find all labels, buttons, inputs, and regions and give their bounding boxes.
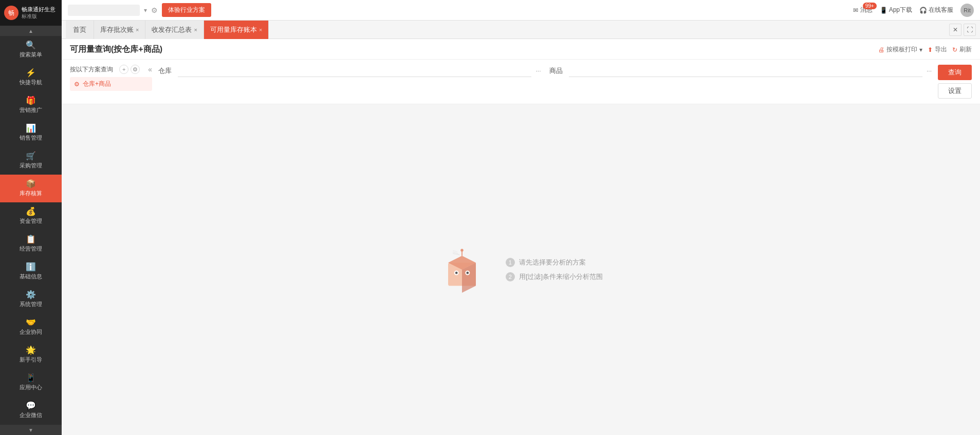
query-area: 按以下方案查询 + ⚙ « ⚙ 仓库+商品 仓库 ··· [62, 60, 980, 104]
product-input[interactable] [569, 65, 922, 77]
marketing-icon: 🎁 [26, 97, 36, 105]
tab-home[interactable]: 首页 [66, 21, 94, 39]
notification-btn[interactable]: ✉ 消息 99+ [853, 6, 873, 14]
query-button[interactable]: 查询 [938, 65, 972, 80]
tab-summary-close[interactable]: × [194, 27, 197, 33]
sidebar-nav: 🔍搜索菜单 ⚡快捷导航 🎁营销推广 📊销售管理 🛒采购管理 📦库存核算 💰资金管… [0, 36, 62, 425]
svg-line-10 [453, 252, 458, 254]
avatar[interactable]: Rit [960, 4, 974, 17]
warehouse-more-btn[interactable]: ··· [535, 67, 541, 74]
tab-summary[interactable]: 收发存汇总表 × [145, 21, 204, 39]
sidebar-item-purchase[interactable]: 🛒采购管理 [0, 147, 62, 175]
sidebar-item-apps[interactable]: 📱应用中心 [0, 369, 62, 396]
hint-1-text: 请先选择要分析的方案 [519, 258, 586, 267]
svg-point-5 [455, 272, 458, 274]
service-btn[interactable]: 🎧 在线客服 [919, 6, 953, 14]
query-schemes-panel: 按以下方案查询 + ⚙ « ⚙ 仓库+商品 [70, 65, 152, 91]
topbar-gear-icon[interactable]: ⚙ [151, 6, 158, 14]
hint-2-num: 2 [506, 272, 515, 281]
topbar: ▾ ⚙ 体验行业方案 ✉ 消息 99+ 📱 App下载 🎧 在线客服 Rit [62, 0, 980, 21]
page-header: 可用量查询(按仓库+商品) 🖨 按模板打印 ▾ ⬆ 导出 ↻ 刷新 [62, 39, 980, 60]
refresh-icon: ↻ [952, 46, 957, 53]
sidebar-logo: 畅 [4, 6, 19, 20]
refresh-btn[interactable]: ↻ 刷新 [952, 45, 972, 54]
basic-icon: ℹ️ [26, 263, 36, 271]
tabs-right-actions: ✕ ⛶ [949, 24, 976, 36]
sidebar-item-inventory[interactable]: 📦库存核算 [0, 175, 62, 202]
warehouse-field: 仓库 ··· [158, 65, 541, 77]
headset-icon: 🎧 [919, 7, 927, 14]
tab-available-close[interactable]: × [259, 27, 262, 33]
empty-state: 1 请先选择要分析的方案 2 用[过滤]条件来缩小分析范围 [62, 104, 980, 435]
wechat-icon: 💬 [26, 402, 36, 410]
filter-fields: 仓库 ··· 商品 ··· [158, 65, 932, 77]
collapse-schemes-btn[interactable]: « [148, 65, 152, 73]
sidebar-item-marketing[interactable]: 🎁营销推广 [0, 91, 62, 119]
query-btn-area: 查询 设置 [938, 65, 972, 99]
notification-icon: ✉ [853, 7, 858, 14]
sales-icon: 📊 [26, 124, 36, 133]
purchase-icon: 🛒 [26, 152, 36, 160]
scheme-item-warehouse-product[interactable]: ⚙ 仓库+商品 [70, 77, 152, 91]
svg-point-6 [466, 272, 469, 274]
finance-icon: 💰 [26, 207, 36, 216]
tab-batch-close[interactable]: × [136, 27, 139, 33]
warehouse-label: 仓库 [158, 66, 174, 75]
tab-expand-btn[interactable]: ⛶ [964, 24, 976, 36]
schemes-actions: + ⚙ [119, 65, 140, 74]
print-dropdown-icon: ▾ [919, 46, 922, 53]
apps-icon: 📱 [26, 374, 36, 382]
sidebar-subtitle: 标准版 [22, 13, 56, 20]
sidebar-scroll-up[interactable]: ▲ [0, 26, 62, 36]
topbar-search-input[interactable] [68, 5, 140, 16]
export-icon: ⬆ [928, 46, 933, 53]
print-btn[interactable]: 🖨 按模板打印 ▾ [878, 45, 922, 54]
export-btn[interactable]: ⬆ 导出 [928, 45, 947, 54]
sidebar-item-wechat[interactable]: 💬企业微信 [0, 396, 62, 424]
add-scheme-btn[interactable]: + [119, 65, 128, 74]
hint-1-num: 1 [506, 258, 515, 267]
schemes-header: 按以下方案查询 + ⚙ « [70, 65, 152, 74]
sidebar-item-member[interactable]: 👑畅会员 [0, 424, 62, 425]
app-download-btn[interactable]: 📱 App下载 [880, 6, 912, 14]
corp-icon: 🤝 [26, 318, 36, 327]
system-icon: ⚙️ [26, 291, 36, 299]
scheme-icon: ⚙ [74, 81, 80, 88]
page-title: 可用量查询(按仓库+商品) [70, 44, 162, 55]
quicknav-icon: ⚡ [26, 69, 36, 77]
product-field: 商品 ··· [549, 65, 932, 77]
sidebar-item-newbie[interactable]: 🌟新手引导 [0, 341, 62, 369]
tabs: 首页 库存批次账 × 收发存汇总表 × 可用量库存账本 × ✕ ⛶ [62, 21, 980, 39]
tab-available[interactable]: 可用量库存账本 × [204, 21, 269, 39]
sidebar-item-basic[interactable]: ℹ️基础信息 [0, 258, 62, 286]
svg-line-11 [453, 251, 457, 252]
product-label: 商品 [549, 66, 565, 75]
sidebar-item-finance[interactable]: 💰资金管理 [0, 202, 62, 230]
tab-batch[interactable]: 库存批次账 × [94, 21, 145, 39]
sidebar-item-operations[interactable]: 📋经营管理 [0, 230, 62, 258]
setting-button[interactable]: 设置 [938, 83, 972, 99]
print-icon: 🖨 [878, 46, 884, 53]
page-actions: 🖨 按模板打印 ▾ ⬆ 导出 ↻ 刷新 [878, 45, 972, 54]
sidebar-scroll-down[interactable]: ▼ [0, 425, 62, 435]
sidebar-item-sales[interactable]: 📊销售管理 [0, 119, 62, 147]
sidebar-item-quicknav[interactable]: ⚡快捷导航 [0, 64, 62, 91]
hint-2: 2 用[过滤]条件来缩小分析范围 [506, 272, 603, 281]
topbar-dropdown-btn[interactable]: ▾ [144, 7, 147, 14]
sidebar-item-search[interactable]: 🔍搜索菜单 [0, 36, 62, 64]
scheme-settings-btn[interactable]: ⚙ [131, 65, 140, 74]
sidebar-item-corp[interactable]: 🤝企业协同 [0, 313, 62, 341]
sidebar-item-system[interactable]: ⚙️系统管理 [0, 286, 62, 313]
newbie-icon: 🌟 [26, 346, 36, 354]
product-more-btn[interactable]: ··· [927, 67, 932, 74]
notification-badge: 99+ [863, 3, 877, 9]
search-icon: 🔍 [26, 41, 36, 49]
sidebar-title: 畅康通好生意 [22, 6, 56, 13]
svg-line-9 [453, 254, 460, 255]
topbar-right: ✉ 消息 99+ 📱 App下载 🎧 在线客服 Rit [853, 4, 974, 17]
tab-close-btn[interactable]: ✕ [949, 24, 961, 36]
warehouse-input[interactable] [178, 65, 531, 77]
empty-illustration: 1 请先选择要分析的方案 2 用[过滤]条件来缩小分析范围 [439, 247, 603, 293]
trial-button[interactable]: 体验行业方案 [162, 3, 211, 17]
sidebar: 畅 畅康通好生意 标准版 ▲ 🔍搜索菜单 ⚡快捷导航 🎁营销推广 📊销售管理 🛒… [0, 0, 62, 435]
